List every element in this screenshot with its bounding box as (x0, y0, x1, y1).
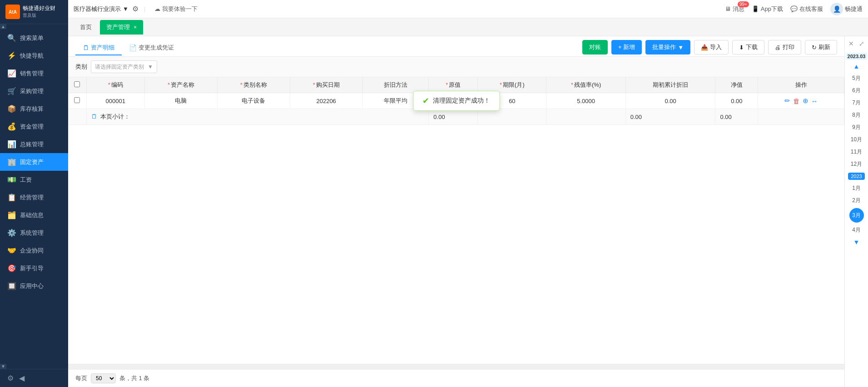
cell-category: 电子设备 (217, 93, 290, 109)
sidebar-item-salary[interactable]: 💵 工资 (0, 171, 68, 189)
sidebar-item-operations[interactable]: 📋 经营管理 (0, 189, 68, 206)
row-checkbox-cell (68, 93, 86, 109)
sidebar-scroll-down[interactable]: ▼ (0, 364, 6, 369)
category-select-trigger[interactable]: 请选择固定资产类别 ▼ (91, 60, 157, 73)
service-icon: 💬 (790, 5, 798, 12)
sidebar-item-app-center[interactable]: 🔲 应用中心 (0, 277, 68, 295)
import-icon: 📥 (701, 44, 708, 51)
cell-residual-rate: 5.0000 (546, 93, 625, 109)
refresh-btn[interactable]: ↻ 刷新 (805, 40, 837, 55)
category-label: 类别 (75, 63, 87, 71)
user-avatar: 👤 (830, 3, 843, 15)
batch-ops-dropdown-icon: ▼ (678, 44, 684, 51)
sidebar-item-quicknav[interactable]: ⚡ 快捷导航 (0, 47, 68, 64)
dropdown-icon: ▼ (123, 5, 129, 12)
asset-table-wrap: ✔ 清理固定资产成功！ *编码 *资产名称 *类别名称 *购买日期 (68, 77, 844, 364)
sub-tab-voucher[interactable]: 📄 变更生成凭证 (122, 41, 181, 55)
sidebar-item-funds[interactable]: 💰 资金管理 (0, 118, 68, 135)
company-selector[interactable]: 医疗器械行业演示 ▼ (74, 5, 129, 13)
panel-close-btn[interactable]: ✕ (848, 40, 854, 47)
panel-month-3-active[interactable]: 3月 (849, 208, 864, 223)
download-icon: ⬇ (739, 44, 744, 51)
panel-expand-btn[interactable]: ⤢ (859, 40, 864, 47)
panel-month-11[interactable]: 11月 (848, 146, 866, 158)
panel-month-2[interactable]: 2月 (848, 195, 866, 206)
th-name: *资产名称 (145, 77, 218, 93)
panel-year-label: 2023.03 (846, 53, 868, 60)
sidebar-item-search[interactable]: 🔍 搜索菜单 (0, 29, 68, 47)
purchase-icon: 🛒 (7, 87, 16, 95)
sidebar-item-system[interactable]: ⚙️ 系统管理 (0, 224, 68, 242)
experience-btn[interactable]: ☁ 我要体验一下 (154, 5, 198, 13)
company-name: 医疗器械行业演示 (74, 5, 121, 13)
topbar-settings-icon[interactable]: ⚙ (132, 5, 139, 13)
online-service-btn[interactable]: 💬 在线客服 (790, 5, 823, 13)
sidebar-item-sales[interactable]: 📈 销售管理 (0, 64, 68, 82)
topbar-right: 🖥 消息 99+ 📱 App下载 💬 在线客服 👤 畅捷通 (725, 3, 863, 15)
salary-icon: 💵 (7, 175, 16, 184)
app-center-icon: 🔲 (7, 282, 16, 290)
subtotal-net: 0.00 (715, 109, 758, 125)
row-checkbox[interactable] (74, 97, 80, 103)
sub-tabs: 🗒 资产明细 📄 变更生成凭证 对账 + 新增 批量操作 (68, 36, 844, 57)
th-residual-rate: *残值率(%) (546, 77, 625, 93)
more-icon[interactable]: ↔ (811, 97, 818, 105)
sidebar-item-purchase[interactable]: 🛒 采购管理 (0, 82, 68, 100)
select-all-checkbox[interactable] (74, 81, 80, 87)
subtotal-icon: 🗒 (91, 113, 97, 120)
panel-month-8[interactable]: 8月 (848, 109, 866, 121)
main-area: 医疗器械行业演示 ▼ ⚙ | ☁ 我要体验一下 🖥 消息 99+ 📱 App下载… (68, 0, 868, 387)
print-btn[interactable]: 🖨 打印 (768, 40, 801, 55)
sub-tab-asset-detail[interactable]: 🗒 资产明细 (75, 41, 122, 55)
panel-month-12[interactable]: 12月 (848, 159, 866, 170)
right-panel: ✕ ⤢ 2023.03 ▲ 5月 6月 7月 8月 9月 10月 11月 12月… (844, 36, 868, 387)
tab-asset-mgmt[interactable]: 资产管理 × (100, 20, 143, 35)
asset-detail-icon: 🗒 (83, 44, 89, 51)
tab-close-icon[interactable]: × (134, 24, 137, 30)
delete-icon[interactable]: 🗑 (793, 97, 800, 105)
success-toast: ✔ 清理固定资产成功！ (413, 91, 500, 111)
panel-month-4[interactable]: 4月 (848, 224, 866, 236)
per-page-select[interactable]: 50 100 200 (91, 373, 116, 383)
edit-icon[interactable]: ✏ (784, 97, 790, 105)
subtotal-row: 🗒 本页小计： 0.00 0.00 0.00 (68, 109, 844, 125)
sidebar-item-ledger[interactable]: 📊 总账管理 (0, 135, 68, 153)
sidebar-item-inventory[interactable]: 📦 库存核算 (0, 100, 68, 118)
sidebar-item-fixed-assets[interactable]: 🏢 固定资产 (0, 153, 68, 171)
new-btn[interactable]: + 新增 (611, 40, 642, 55)
inventory-icon: 📦 (7, 104, 16, 113)
panel-month-10[interactable]: 10月 (848, 134, 866, 145)
panel-year-badge[interactable]: 2023 (848, 173, 864, 180)
user-btn[interactable]: 👤 畅捷通 (830, 3, 863, 15)
quicknav-icon: ⚡ (7, 51, 16, 60)
cell-name: 电脑 (145, 93, 218, 109)
copy-icon[interactable]: ⊕ (803, 97, 808, 105)
batch-ops-btn[interactable]: 批量操作 ▼ (645, 40, 690, 55)
settings-icon[interactable]: ⚙ (7, 374, 14, 382)
operations-icon: 📋 (7, 193, 16, 202)
panel-nav-down[interactable]: ▼ (852, 237, 862, 248)
filter-dropdown-icon: ▼ (148, 64, 153, 70)
sidebar-item-basic-info[interactable]: 🗂️ 基础信息 (0, 206, 68, 224)
message-btn[interactable]: 🖥 消息 99+ (725, 5, 744, 13)
app-download-btn[interactable]: 📱 App下载 (752, 5, 783, 13)
panel-month-6[interactable]: 6月 (848, 85, 866, 96)
sidebar-item-guide[interactable]: 🎯 新手引导 (0, 259, 68, 277)
reconcile-btn[interactable]: 对账 (582, 40, 608, 55)
panel-month-1[interactable]: 1月 (848, 183, 866, 194)
th-purchase-date: *购买日期 (290, 77, 362, 93)
collapse-icon[interactable]: ◀ (19, 374, 25, 382)
tab-home[interactable]: 首页 (74, 20, 98, 35)
import-btn[interactable]: 📥 导入 (694, 40, 729, 55)
sidebar-item-collab[interactable]: 🤝 企业协同 (0, 242, 68, 259)
panel-month-9[interactable]: 9月 (848, 122, 866, 133)
sidebar-scroll-up[interactable]: ▲ (0, 24, 6, 29)
panel-month-7[interactable]: 7月 (848, 97, 866, 109)
cell-net-value: 0.00 (715, 93, 758, 109)
content-area: 🗒 资产明细 📄 变更生成凭证 对账 + 新增 批量操作 (68, 36, 868, 387)
horizontal-scrollbar[interactable] (68, 364, 844, 369)
panel-month-5[interactable]: 5月 (848, 73, 866, 84)
download-btn[interactable]: ⬇ 下载 (732, 40, 764, 55)
th-initial-dep: 期初累计折旧 (625, 77, 715, 93)
panel-nav-up[interactable]: ▲ (852, 61, 862, 72)
